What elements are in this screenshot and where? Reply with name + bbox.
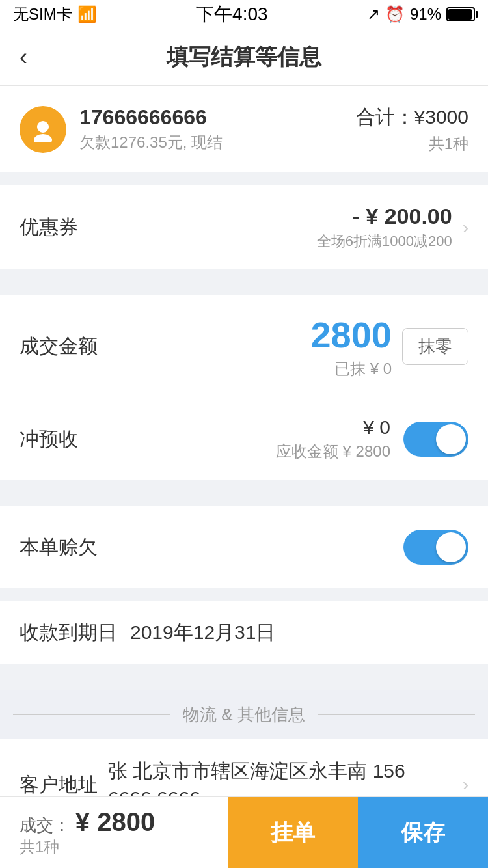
svg-point-1 xyxy=(34,134,52,142)
customer-sub-info: 欠款1276.35元, 现结 xyxy=(79,132,223,153)
section-divider-1 xyxy=(0,282,488,295)
svg-point-0 xyxy=(37,121,49,133)
due-date-row: 收款到期日 2019年12月31日 xyxy=(0,601,488,664)
coupon-label: 优惠券 xyxy=(20,214,78,241)
nav-bar: ‹ 填写结算等信息 xyxy=(0,29,488,86)
back-button[interactable]: ‹ xyxy=(13,37,34,77)
bottom-count: 共1种 xyxy=(20,837,208,858)
address-chevron-icon: › xyxy=(463,774,468,795)
content-area: 17666666666 欠款1276.35元, 现结 合计：¥3000 共1种 … xyxy=(0,86,488,868)
bottom-deal-label: 成交： xyxy=(20,815,70,835)
due-date-label: 收款到期日 xyxy=(20,619,117,646)
avatar xyxy=(20,106,66,153)
toggle-knob xyxy=(436,424,466,454)
carrier-label: 无SIM卡 xyxy=(13,4,72,25)
prereceive-row: 冲预收 ¥ 0 应收金额 ¥ 2800 xyxy=(0,398,488,480)
battery-label: 91% xyxy=(410,5,441,23)
prereceive-sub: 应收金额 ¥ 2800 xyxy=(276,441,390,462)
bottom-bar: 成交： ¥ 2800 共1种 挂单 保存 xyxy=(0,796,488,868)
deal-sub-label: 已抹 ¥ 0 xyxy=(310,359,392,379)
due-date-value: 2019年12月31日 xyxy=(130,619,275,646)
section-divider-3 xyxy=(0,677,488,690)
coupon-amount: - ¥ 200.00 xyxy=(317,204,452,229)
deal-amount-label: 成交金额 xyxy=(20,333,98,360)
round-zero-button[interactable]: 抹零 xyxy=(402,328,468,365)
prereceive-toggle[interactable] xyxy=(403,422,468,457)
total-count: 共1种 xyxy=(356,133,468,154)
alarm-icon: ⏰ xyxy=(385,5,405,23)
customer-card: 17666666666 欠款1276.35元, 现结 合计：¥3000 共1种 xyxy=(0,86,488,172)
status-bar: 无SIM卡 📶 下午4:03 ↗ ⏰ 91% xyxy=(0,0,488,29)
section-divider-2 xyxy=(0,493,488,506)
prereceive-value: ¥ 0 xyxy=(276,416,390,439)
coupon-section: 优惠券 - ¥ 200.00 全场6折满1000减200 › xyxy=(0,185,488,269)
coupon-desc: 全场6折满1000减200 xyxy=(317,232,452,251)
customer-phone: 17666666666 xyxy=(79,105,223,129)
prereceive-label: 冲预收 xyxy=(20,426,78,453)
debt-label: 本单赊欠 xyxy=(20,534,98,561)
debt-toggle-knob xyxy=(436,532,466,562)
coupon-row[interactable]: 优惠券 - ¥ 200.00 全场6折满1000减200 › xyxy=(0,185,488,269)
deal-amount-value: 2800 xyxy=(310,314,392,356)
chevron-right-icon: › xyxy=(463,217,468,238)
total-amount: 合计：¥3000 xyxy=(356,104,468,131)
debt-row: 本单赊欠 xyxy=(0,506,488,588)
logistics-divider: 物流 & 其他信息 xyxy=(0,690,488,739)
battery-icon xyxy=(446,7,475,21)
status-right: ↗ ⏰ 91% xyxy=(367,5,475,23)
deal-section: 成交金额 2800 已抹 ¥ 0 抹零 冲预收 ¥ 0 应收金额 ¥ 2800 xyxy=(0,295,488,480)
hang-button[interactable]: 挂单 xyxy=(228,797,358,869)
gps-icon: ↗ xyxy=(367,5,380,23)
deal-amount-row: 成交金额 2800 已抹 ¥ 0 抹零 xyxy=(0,295,488,398)
logistics-label: 物流 & 其他信息 xyxy=(183,703,305,726)
address-label: 客户地址 xyxy=(20,772,98,798)
page-title: 填写结算等信息 xyxy=(167,42,321,72)
due-date-section: 收款到期日 2019年12月31日 xyxy=(0,601,488,664)
status-left: 无SIM卡 📶 xyxy=(13,4,97,25)
wifi-icon: 📶 xyxy=(77,5,97,23)
bottom-deal-amount: ¥ 2800 xyxy=(75,807,155,836)
save-button[interactable]: 保存 xyxy=(358,797,488,869)
debt-toggle[interactable] xyxy=(403,530,468,565)
time-display: 下午4:03 xyxy=(196,2,268,27)
debt-section: 本单赊欠 xyxy=(0,506,488,588)
